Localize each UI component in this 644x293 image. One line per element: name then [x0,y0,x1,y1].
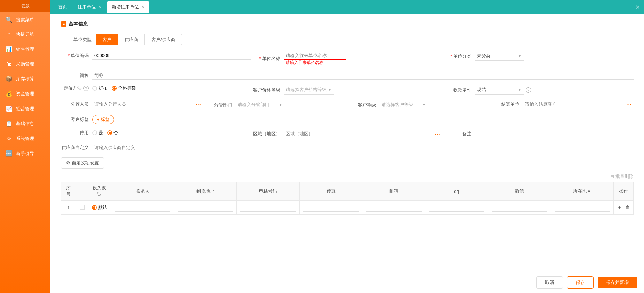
sidebar-item-quicknav[interactable]: ⌂ 快捷导航 [0,27,50,42]
sidebar-item-system[interactable]: ⚙ 系统管理 [0,131,50,146]
cell-email[interactable] [362,201,425,215]
add-row-button[interactable]: ＋ [617,205,622,210]
col-check [76,182,88,201]
cell-contact[interactable] [111,201,174,215]
tab-new-partner-label: 新增往来单位 [112,4,139,10]
cell-qq[interactable] [425,201,488,215]
remark-input[interactable] [475,130,634,138]
radio-no[interactable]: 否 [107,130,118,136]
field-department: 分管部门 请输入分管部门 ▼ [204,100,346,109]
sidebar-item-label: 新手引导 [16,150,34,157]
sidebar-item-purchase[interactable]: 🛍 采购管理 [0,57,50,71]
tab-partners[interactable]: 往来单位 ✕ [73,1,106,13]
region-table-input[interactable] [555,203,610,212]
delete-row-button[interactable]: 🗑 [625,205,630,210]
region-more-button[interactable]: ··· [433,131,442,137]
cell-address[interactable] [174,201,236,215]
sidebar-item-inventory[interactable]: 📦 库存核算 [0,71,50,86]
form-row-1: *单位编码 *单位名称 请输入往来单位名称 *单位分类 [61,51,634,66]
field-remark: 备注 [443,130,634,138]
qq-input[interactable] [429,203,484,212]
cell-action: ＋ 🗑 [614,201,634,215]
cell-wechat[interactable] [488,201,551,215]
wechat-input[interactable] [492,203,547,212]
radio-yes[interactable]: 是 [92,130,103,136]
sidebar-item-finance[interactable]: 💰 资金管理 [0,86,50,101]
sidebar-item-guide[interactable]: 🆕 新手引导 [0,146,50,161]
table-header-row: 序号 设为默认 联系人 到货地址 电话号码 传真 邮箱 qq 微信 所在地区 操… [61,182,634,201]
custom-settings-button[interactable]: ⚙ 自定义项设置 [61,157,104,169]
unit-category-select[interactable]: 未分类 ▼ [475,51,524,61]
unit-category-label: *单位分类 [443,53,475,59]
default-radio[interactable]: 默认 [92,204,108,211]
cancel-button[interactable]: 取消 [536,276,563,289]
tab-home[interactable]: 首页 [53,1,72,13]
settlement-more-button[interactable]: ··· [624,101,634,107]
unit-type-both[interactable]: 客户/供应商 [145,34,182,45]
unit-name-input[interactable] [284,51,346,60]
sidebar-item-label: 系统管理 [16,136,34,142]
customer-price-level-select[interactable]: 请选择客户价格等级 ▼ [284,85,334,95]
field-unit-name: *单位名称 请输入往来单位名称 [252,51,442,66]
add-tag-button[interactable]: + 标签 [92,115,114,124]
row-checkbox[interactable] [80,205,85,210]
region-input[interactable] [284,130,433,138]
sidebar-item-operation[interactable]: 📈 经营管理 [0,101,50,116]
unit-type-customer[interactable]: 客户 [96,34,118,45]
field-settlement-unit: 结算单位 ··· [492,100,634,108]
unit-code-input[interactable] [92,51,251,60]
payment-help-icon[interactable]: ? [526,87,531,93]
save-and-new-button[interactable]: 保存并新增 [598,277,637,288]
customer-level-select[interactable]: 请选择客户等级 ▼ [379,100,428,109]
customer-tags-label: 客户标签 [61,116,92,123]
radio-discount[interactable]: 折扣 [92,85,108,91]
tab-new-partner-close[interactable]: ✕ [141,5,144,9]
disabled-radio-group: 是 否 [92,130,118,136]
radio-no-circle [107,130,112,135]
sidebar-item-sales[interactable]: 📊 销售管理 [0,42,50,57]
cell-phone[interactable] [237,201,299,215]
tab-new-partner[interactable]: 新增往来单位 ✕ [107,1,149,13]
close-all-button[interactable]: ✕ [635,4,640,10]
cell-fax[interactable] [299,201,362,215]
customer-price-level-placeholder: 请选择客户价格等级 [286,87,327,93]
pricing-help-icon[interactable]: ? [83,86,89,91]
batch-delete-button[interactable]: ⊟ 批量删除 [61,173,634,180]
tab-partners-label: 往来单位 [78,4,96,10]
section-title: ■ 基本信息 [61,21,634,27]
sidebar-item-label: 搜索菜单 [16,17,34,23]
short-name-input[interactable] [92,71,634,80]
radio-price-level[interactable]: 价格等级 [112,85,136,91]
tab-partners-close[interactable]: ✕ [98,5,101,9]
department-select[interactable]: 请输入分管部门 ▼ [236,100,284,109]
supplier-custom-input[interactable] [92,144,634,152]
unit-type-supplier[interactable]: 供应商 [118,34,145,45]
radio-price-level-circle [112,86,117,91]
sidebar: 云版 🔍 搜索菜单 ⌂ 快捷导航 📊 销售管理 🛍 采购管理 📦 库存核算 💰 … [0,0,50,293]
payment-terms-select[interactable]: 现结 ▼ [475,85,524,95]
manager-input[interactable] [92,100,194,108]
form-row-7: 供应商自定义 [61,144,634,152]
fax-input[interactable] [303,203,359,212]
cell-check[interactable] [76,201,88,215]
radio-no-dot [109,132,111,134]
customer-level-label: 客户等级 [348,102,379,108]
radio-discount-label: 折扣 [99,85,108,91]
sidebar-logo: 云版 [0,0,50,12]
field-payment-terms: 收款条件 现结 ▼ ? [443,85,634,95]
contact-input[interactable] [115,203,170,212]
system-icon: ⚙ [6,135,13,142]
phone-input[interactable] [240,203,296,212]
cell-region[interactable] [551,201,613,215]
manager-more-button[interactable]: ··· [194,101,203,107]
sidebar-item-search[interactable]: 🔍 搜索菜单 [0,12,50,27]
sidebar-item-basic[interactable]: 📋 基础信息 [0,116,50,131]
settlement-unit-input[interactable] [523,100,624,108]
field-short-name: 简称 [61,71,634,80]
short-name-label: 简称 [61,72,92,79]
manager-label: 分管人员 [61,101,92,107]
sidebar-item-label: 基础信息 [16,121,34,127]
address-input[interactable] [178,203,233,212]
save-button[interactable]: 保存 [567,276,594,289]
email-input[interactable] [366,203,421,212]
